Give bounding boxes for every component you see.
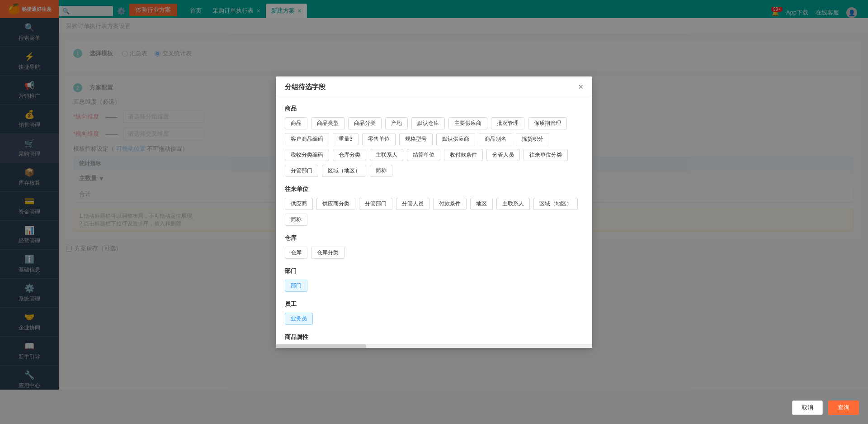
field-weight3[interactable]: 重量3 (333, 133, 359, 145)
partner-field-grid: 供应商 供应商分类 分管部门 分管人员 付款条件 地区 主联系人 区域（地区） … (285, 198, 583, 226)
section-goods: 商品 商品 商品类型 商品分类 产地 默认仓库 主要供应商 批次管理 保质期管理… (285, 105, 583, 177)
field-retail-unit[interactable]: 零售单位 (362, 133, 396, 145)
field-tax-code[interactable]: 税收分类编码 (285, 149, 329, 161)
field-staff-partner[interactable]: 分管人员 (396, 198, 429, 210)
goods-field-grid: 商品 商品类型 商品分类 产地 默认仓库 主要供应商 批次管理 保质期管理 客户… (285, 117, 583, 177)
field-main-contact[interactable]: 主联系人 (370, 149, 403, 161)
field-salesperson[interactable]: 业务员 (285, 313, 313, 325)
section-partner-title: 往来单位 (285, 185, 583, 193)
field-contact-partner[interactable]: 主联系人 (496, 198, 530, 210)
employee-field-grid: 业务员 (285, 313, 583, 325)
field-default-supplier[interactable]: 默认供应商 (436, 133, 475, 145)
section-goods-title: 商品 (285, 105, 583, 113)
modal-overlay: 分组待选字段 × 商品 商品 商品类型 商品分类 产地 默认仓库 (59, 18, 868, 390)
field-customer-goods-code[interactable]: 客户商品编码 (285, 133, 329, 145)
content-area: 采购订单执行表方案设置 1 选择模板 汇总表 交叉统计表 (59, 18, 868, 390)
field-payment-terms[interactable]: 收付款条件 (444, 149, 483, 161)
field-region-goods[interactable]: 区域（地区） (322, 165, 366, 177)
section-department: 部门 部门 (285, 267, 583, 292)
field-area-partner[interactable]: 区域（地区） (533, 198, 578, 210)
field-dept-partner[interactable]: 分管部门 (359, 198, 392, 210)
field-supplier-category[interactable]: 供应商分类 (316, 198, 355, 210)
section-product-attr-title: 商品属性 (285, 333, 583, 341)
field-origin[interactable]: 产地 (385, 117, 408, 129)
field-partner-category[interactable]: 往来单位分类 (524, 149, 568, 161)
section-warehouse: 仓库 仓库 仓库分类 (285, 234, 583, 259)
field-short-name-goods[interactable]: 简称 (370, 165, 392, 177)
modal-close-icon[interactable]: × (578, 83, 583, 91)
field-spec-model[interactable]: 规格型号 (399, 133, 433, 145)
section-partner: 往来单位 供应商 供应商分类 分管部门 分管人员 付款条件 地区 主联系人 区域… (285, 185, 583, 226)
modal-scrollbar[interactable] (276, 344, 592, 348)
department-field-grid: 部门 (285, 280, 583, 292)
main-layout: 🔍 搜索菜单 ⚡ 快捷导航 📢 营销推广 💰 销售管理 🛒 采购管理 📦 库存核… (0, 18, 868, 390)
field-pay-terms-partner[interactable]: 付款条件 (433, 198, 467, 210)
modal-header: 分组待选字段 × (276, 76, 592, 97)
field-supervisor-staff[interactable]: 分管人员 (486, 149, 520, 161)
field-goods-category[interactable]: 商品分类 (348, 117, 382, 129)
field-batch-mgmt[interactable]: 批次管理 (491, 117, 524, 129)
field-default-warehouse[interactable]: 默认仓库 (411, 117, 445, 129)
field-short-name-partner[interactable]: 简称 (285, 214, 307, 226)
field-warehouse-category[interactable]: 仓库分类 (333, 149, 366, 161)
field-select-modal: 分组待选字段 × 商品 商品 商品类型 商品分类 产地 默认仓库 (276, 76, 592, 348)
field-goods-alias[interactable]: 商品别名 (479, 133, 512, 145)
section-product-attr: 商品属性 属性 颜色 多规格 尺码 鞋码 1 (285, 333, 583, 344)
field-settlement-unit[interactable]: 结算单位 (407, 149, 440, 161)
field-goods[interactable]: 商品 (285, 117, 307, 129)
section-employee-title: 员工 (285, 300, 583, 308)
warehouse-field-grid: 仓库 仓库分类 (285, 247, 583, 259)
modal-scrollbar-thumb (276, 344, 366, 348)
section-department-title: 部门 (285, 267, 583, 275)
field-pick-points[interactable]: 拣货积分 (516, 133, 549, 145)
field-region-partner[interactable]: 地区 (470, 198, 493, 210)
field-supervisor-dept[interactable]: 分管部门 (285, 165, 318, 177)
field-main-supplier[interactable]: 主要供应商 (448, 117, 487, 129)
field-department[interactable]: 部门 (285, 280, 307, 292)
field-warehouse-cat[interactable]: 仓库分类 (311, 247, 344, 259)
modal-body[interactable]: 商品 商品 商品类型 商品分类 产地 默认仓库 主要供应商 批次管理 保质期管理… (276, 97, 592, 344)
field-goods-type[interactable]: 商品类型 (311, 117, 344, 129)
section-warehouse-title: 仓库 (285, 234, 583, 242)
field-shelf-life[interactable]: 保质期管理 (528, 117, 567, 129)
field-supplier[interactable]: 供应商 (285, 198, 313, 210)
modal-title: 分组待选字段 (285, 83, 326, 91)
field-warehouse[interactable]: 仓库 (285, 247, 307, 259)
section-employee: 员工 业务员 (285, 300, 583, 325)
